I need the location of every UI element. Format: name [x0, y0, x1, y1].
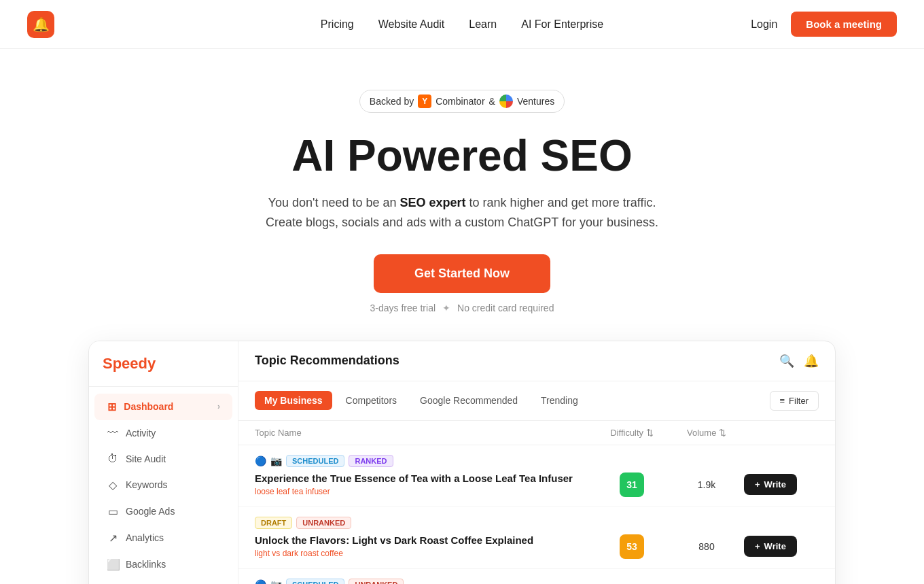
navbar: 🔔 Pricing Website Audit Learn AI For Ent…: [0, 0, 924, 49]
google-logo: [499, 95, 513, 108]
nav-links: Pricing Website Audit Learn AI For Enter…: [321, 18, 603, 31]
nav-pricing[interactable]: Pricing: [321, 18, 354, 30]
sidebar-label-google-ads: Google Ads: [126, 506, 175, 517]
row-title: Unlock the Flavors: Light vs Dark Roast …: [255, 534, 594, 546]
site-audit-icon: ⏱: [107, 453, 119, 465]
sidebar-item-keywords[interactable]: ◇ Keywords: [94, 472, 232, 498]
hero-subtitle-bold: SEO expert: [400, 196, 466, 209]
plus-icon: +: [755, 479, 760, 489]
ig-icon: 📷: [270, 579, 282, 584]
row-difficulty: 31: [594, 473, 669, 497]
yc-logo: Y: [418, 95, 431, 108]
fb-icon: 🔵: [255, 456, 266, 466]
login-button[interactable]: Login: [751, 18, 777, 31]
table-row: 🔵 📷 SCHEDULED UNRANKED: [238, 569, 835, 584]
write-label: Write: [764, 541, 786, 551]
chevron-right-icon: ›: [217, 402, 220, 411]
write-button[interactable]: + Write: [744, 474, 797, 495]
col-header-topic: Topic Name: [255, 428, 594, 438]
sidebar-label-activity: Activity: [126, 428, 156, 439]
row-content: Experience the True Essence of Tea with …: [255, 473, 819, 497]
write-label: Write: [764, 479, 786, 489]
hero-title: AI Powered SEO: [14, 132, 910, 179]
filter-button[interactable]: ≡ Filter: [770, 391, 819, 411]
analytics-icon: ↗: [107, 532, 119, 545]
google-ads-icon: ▭: [107, 505, 119, 518]
row-volume: 1.9k: [669, 479, 744, 490]
plus-icon: +: [755, 541, 760, 551]
sidebar-item-site-audit[interactable]: ⏱ Site Audit: [94, 446, 232, 472]
fb-icon: 🔵: [255, 579, 266, 584]
row-action: + Write: [744, 474, 819, 495]
main-content: Topic Recommendations 🔍 🔔 My Business Co…: [238, 341, 835, 584]
search-icon[interactable]: 🔍: [779, 354, 794, 368]
col-header-volume[interactable]: Volume ⇅: [669, 428, 744, 438]
keywords-icon: ◇: [107, 479, 119, 492]
book-meeting-button[interactable]: Book a meeting: [791, 12, 897, 37]
row-keyword: loose leaf tea infuser: [255, 487, 594, 496]
badge-scheduled: SCHEDULED: [286, 455, 344, 467]
sidebar-item-google-ads[interactable]: ▭ Google Ads: [94, 498, 232, 525]
trial-note: 3-days free trial: [370, 303, 436, 313]
tab-my-business[interactable]: My Business: [255, 391, 332, 410]
row-badges: 🔵 📷 SCHEDULED UNRANKED: [255, 579, 819, 584]
sidebar-label-site-audit: Site Audit: [126, 453, 166, 464]
sidebar-item-dashboard[interactable]: ⊞ Dashboard ›: [94, 394, 232, 420]
ig-icon: 📷: [270, 456, 282, 466]
note-separator: ✦: [442, 303, 450, 313]
write-button[interactable]: + Write: [744, 536, 797, 557]
badge-scheduled: SCHEDULED: [286, 579, 344, 584]
badge-unranked: UNRANKED: [296, 517, 351, 529]
badge-unranked: UNRANKED: [349, 579, 404, 584]
backlinks-icon: ⬜: [107, 558, 119, 571]
nav-ai-enterprise[interactable]: AI For Enterprise: [521, 18, 603, 30]
row-badges: 🔵 📷 SCHEDULED RANKED: [255, 455, 819, 467]
hero-subtitle: You don't need to be an SEO expert to ra…: [14, 193, 910, 233]
sidebar-logo: Speedy: [89, 355, 238, 386]
activity-icon: 〰: [107, 427, 119, 439]
tab-google-recommended[interactable]: Google Recommended: [410, 391, 527, 410]
col-header-difficulty[interactable]: Difficulty ⇅: [594, 428, 669, 438]
hero-note: 3-days free trial ✦ No credit card requi…: [14, 303, 910, 313]
nav-learn[interactable]: Learn: [469, 18, 497, 30]
tabs-row: My Business Competitors Google Recommend…: [238, 381, 835, 421]
sidebar-label-backlinks: Backlinks: [126, 559, 166, 570]
badge-draft: DRAFT: [255, 517, 292, 529]
notification-icon[interactable]: 🔔: [804, 354, 819, 368]
cc-note: No credit card required: [457, 303, 554, 313]
dashboard-icon: ⊞: [107, 400, 117, 413]
row-title: Experience the True Essence of Tea with …: [255, 473, 594, 484]
get-started-button[interactable]: Get Started Now: [374, 254, 550, 293]
sidebar-item-backlinks[interactable]: ⬜ Backlinks: [94, 551, 232, 578]
nav-website-audit[interactable]: Website Audit: [378, 18, 445, 30]
badge-ranked: RANKED: [349, 455, 393, 467]
nav-actions: Login Book a meeting: [751, 12, 897, 37]
table-row: 🔵 📷 SCHEDULED RANKED Experience the True…: [238, 445, 835, 507]
table-header: Topic Name Difficulty ⇅ Volume ⇅: [238, 421, 835, 445]
app-card: Speedy ⊞ Dashboard › 〰 Activity ⏱ Site A…: [88, 341, 836, 584]
row-action: + Write: [744, 536, 819, 557]
table-row: DRAFT UNRANKED Unlock the Flavors: Light…: [238, 507, 835, 569]
tab-competitors[interactable]: Competitors: [336, 391, 406, 410]
hero-section: Backed by Y Combinator & Ventures AI Pow…: [0, 49, 924, 341]
sidebar-label-keywords: Keywords: [126, 479, 167, 490]
logo-icon[interactable]: 🔔: [27, 11, 54, 38]
sidebar-label-analytics: Analytics: [126, 532, 164, 543]
row-content: Unlock the Flavors: Light vs Dark Roast …: [255, 534, 819, 559]
sidebar-label-dashboard: Dashboard: [124, 401, 173, 412]
main-title: Topic Recommendations: [255, 354, 399, 368]
ventures-text: Ventures: [517, 96, 554, 107]
combinator-text: Combinator: [436, 96, 484, 107]
filter-label: Filter: [789, 396, 808, 406]
difficulty-chip: 31: [620, 473, 644, 497]
sidebar-item-activity[interactable]: 〰 Activity: [94, 420, 232, 446]
sidebar-item-integrations[interactable]: ⊞ Integrations: [94, 578, 232, 584]
tab-trending[interactable]: Trending: [531, 391, 588, 410]
row-badges: DRAFT UNRANKED: [255, 517, 819, 529]
header-icons: 🔍 🔔: [779, 354, 819, 368]
row-difficulty: 53: [594, 534, 669, 559]
main-header: Topic Recommendations 🔍 🔔: [238, 341, 835, 381]
tabs: My Business Competitors Google Recommend…: [255, 391, 588, 410]
badge-backed-by: Backed by: [370, 96, 414, 107]
sidebar-item-analytics[interactable]: ↗ Analytics: [94, 525, 232, 551]
